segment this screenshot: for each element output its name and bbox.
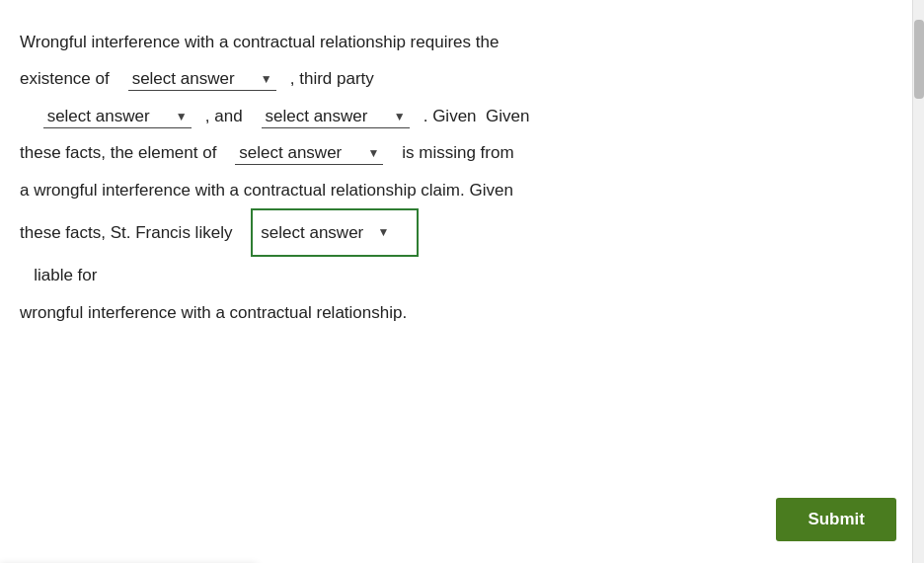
dropdown5-label: select answer bbox=[261, 214, 363, 251]
line1-suffix: , third party bbox=[290, 69, 374, 88]
scroll-thumb[interactable] bbox=[914, 20, 924, 99]
line4-text: a wrongful interference with a contractu… bbox=[20, 181, 513, 200]
line2-and: , and bbox=[205, 107, 243, 125]
paragraph-5: a wrongful interference with a contractu… bbox=[20, 172, 888, 208]
line1-prefix: existence of bbox=[20, 69, 110, 88]
paragraph-7: wrongful interference with a contractual… bbox=[20, 294, 888, 331]
dropdown3-select[interactable]: select answer a contract knowledge inten… bbox=[262, 105, 410, 128]
dropdown4-select[interactable]: select answer a contract knowledge inten… bbox=[235, 141, 383, 165]
dropdown3-wrapper[interactable]: select answer a contract knowledge inten… bbox=[262, 105, 410, 128]
paragraph-3: select answer a contract knowledge inten… bbox=[20, 98, 888, 134]
paragraph-2: existence of select answer a contract kn… bbox=[20, 60, 888, 97]
paragraph-4: these facts, the element of select answe… bbox=[20, 134, 888, 171]
dropdown5-box[interactable]: select answer ▼ bbox=[251, 208, 419, 257]
main-content: Wrongful interference with a contractual… bbox=[20, 24, 888, 331]
line3-suffix: is missing from bbox=[402, 143, 513, 162]
dropdown2-select[interactable]: select answer a contract knowledge inten… bbox=[43, 105, 192, 128]
dropdown1-select[interactable]: select answer a contract knowledge inten… bbox=[128, 67, 276, 91]
line3-prefix: these facts, the element of bbox=[20, 143, 216, 162]
scrollbar[interactable] bbox=[912, 0, 924, 563]
dropdown5-arrow-icon: ▼ bbox=[377, 219, 389, 245]
paragraph-1: Wrongful interference with a contractual… bbox=[20, 24, 888, 60]
line5-suffix: liable for bbox=[34, 266, 97, 284]
dropdown2-wrapper[interactable]: select answer a contract knowledge inten… bbox=[43, 105, 192, 128]
line6-text: wrongful interference with a contractual… bbox=[20, 303, 407, 322]
submit-button[interactable]: Submit bbox=[776, 498, 896, 541]
paragraph-6: these facts, St. Francis likely select a… bbox=[20, 208, 888, 257]
dropdown1-wrapper[interactable]: select answer a contract knowledge inten… bbox=[128, 67, 276, 91]
dropdown4-wrapper[interactable]: select answer a contract knowledge inten… bbox=[235, 141, 383, 165]
line2-suffix: . Given bbox=[424, 107, 477, 125]
intro-text: Wrongful interference with a contractual… bbox=[20, 33, 499, 51]
line5-prefix: these facts, St. Francis likely bbox=[20, 223, 232, 242]
dropdown5-wrapper[interactable]: select answer ▼ bbox=[251, 208, 419, 257]
